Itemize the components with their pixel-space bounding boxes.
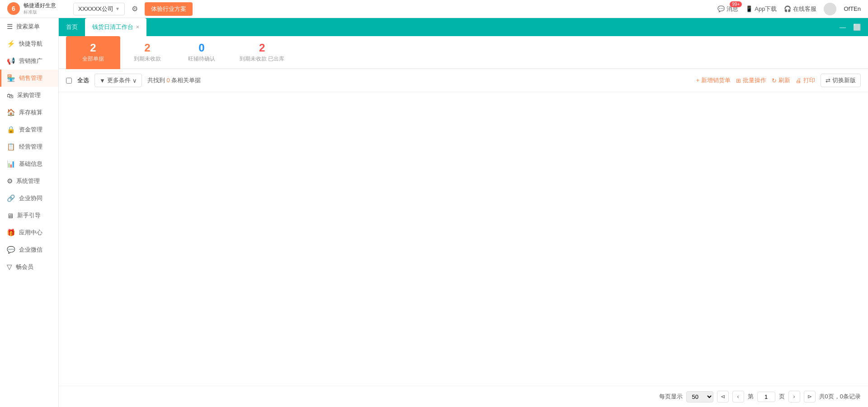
basic-info-icon: 📊 — [7, 160, 15, 168]
tab-actions: — ⬜ — [838, 22, 868, 33]
company-selector[interactable]: XXXXXX公司 ▼ — [73, 3, 125, 15]
stat-tab-all[interactable]: 2 全部单据 — [66, 36, 120, 69]
marketing-icon: 📢 — [7, 57, 15, 65]
page-label: 第 — [748, 393, 754, 401]
add-sales-order-button[interactable]: + 新增销货单 — [696, 76, 731, 84]
refresh-icon: ↻ — [772, 77, 777, 84]
user-avatar[interactable] — [824, 3, 836, 15]
quick-nav-icon: ⚡ — [7, 40, 15, 48]
app-name-block: 畅捷通好生意 标准版 — [24, 2, 56, 15]
app-logo-icon: 6 — [7, 2, 20, 15]
main-content: 2 全部单据 2 到期未收款 0 旺辅待确认 2 到期未收款 已出库 全选 — [59, 36, 868, 407]
finance-icon: 🔒 — [7, 126, 15, 134]
sidebar-item-finance[interactable]: 🔒 资金管理 — [0, 121, 58, 138]
sidebar-item-inventory[interactable]: 🏠 库存核算 — [0, 104, 58, 121]
print-icon: 🖨 — [796, 77, 802, 84]
system-icon: ⚙ — [7, 177, 13, 185]
sidebar-guide-label: 新手引导 — [17, 211, 41, 220]
batch-operation-button[interactable]: ⊞ 批量操作 — [736, 76, 766, 84]
sidebar-item-quick-nav[interactable]: ⚡ 快捷导航 — [0, 35, 58, 52]
sidebar-item-search[interactable]: ☰ 搜索菜单 — [0, 18, 58, 35]
filter-label: 更多条件 — [107, 76, 131, 84]
sidebar-member-label: 畅会员 — [16, 263, 33, 271]
header-center: XXXXXX公司 ▼ ⚙ 体验行业方案 — [66, 2, 717, 16]
select-all-label: 全选 — [77, 76, 89, 84]
per-page-select[interactable]: 50 10 20 100 — [686, 391, 713, 402]
enterprise-icon: 🔗 — [7, 194, 15, 202]
messages-badge: 99+ — [730, 1, 742, 7]
stat-tab-overdue-shipped[interactable]: 2 到期未收款 已出库 — [229, 36, 295, 69]
app-version: 标准版 — [24, 9, 56, 15]
stat-count-pending: 0 — [198, 42, 204, 54]
sidebar-item-enterprise[interactable]: 🔗 企业协同 — [0, 190, 58, 207]
sidebar: ☰ 搜索菜单 ⚡ 快捷导航 📢 营销推广 🏪 销售管理 🛍 采购管理 🏠 库存核… — [0, 18, 59, 407]
total-records-label: 共0页，0条记录 — [819, 393, 861, 401]
select-all-checkbox[interactable] — [66, 78, 72, 84]
filter-button[interactable]: ▼ 更多条件 ∨ — [94, 74, 142, 87]
content-area: 2 全部单据 2 到期未收款 0 旺辅待确认 2 到期未收款 已出库 全选 — [59, 36, 868, 407]
prev-page-button[interactable]: ‹ — [732, 391, 744, 402]
settings-button[interactable]: ⚙ — [128, 3, 141, 15]
first-page-button[interactable]: ⊲ — [717, 391, 729, 402]
sales-icon: 🏪 — [7, 74, 15, 82]
found-text: 共找到 0 条相关单据 — [147, 76, 201, 84]
page-suffix: 页 — [779, 393, 785, 401]
stat-label-pending: 旺辅待确认 — [188, 55, 215, 63]
sidebar-item-operation[interactable]: 📋 经营管理 — [0, 138, 58, 155]
company-name: XXXXXX公司 — [78, 5, 113, 13]
stats-tabs: 2 全部单据 2 到期未收款 0 旺辅待确认 2 到期未收款 已出库 — [59, 36, 868, 69]
sidebar-basic-info-label: 基础信息 — [19, 160, 42, 168]
online-service-button[interactable]: 🎧 在线客服 — [784, 5, 816, 13]
batch-icon: ⊞ — [736, 77, 741, 84]
purchase-icon: 🛍 — [7, 92, 14, 99]
wechat-icon: 💬 — [7, 246, 15, 254]
message-icon: 💬 — [717, 5, 725, 12]
service-icon: 🎧 — [784, 5, 791, 12]
sidebar-item-system[interactable]: ⚙ 系统管理 — [0, 173, 58, 190]
tab-home[interactable]: 首页 — [59, 18, 85, 36]
online-service-label: 在线客服 — [793, 5, 816, 13]
pagination: 每页显示 50 10 20 100 ⊲ ‹ 第 页 › ⊳ 共0页，0条记录 — [59, 386, 868, 407]
stat-count-all: 2 — [90, 42, 96, 54]
app-download-button[interactable]: 📱 App下载 — [745, 5, 777, 13]
search-menu-icon: ☰ — [7, 23, 13, 31]
tab-maximize-button[interactable]: ⬜ — [851, 22, 863, 33]
tab-cash-flow-label: 钱货日清工作台 — [92, 23, 133, 31]
sidebar-item-marketing[interactable]: 📢 营销推广 — [0, 52, 58, 70]
trial-button[interactable]: 体验行业方案 — [145, 2, 193, 16]
inventory-icon: 🏠 — [7, 108, 15, 117]
sidebar-item-basic-info[interactable]: 📊 基础信息 — [0, 155, 58, 173]
tab-minimize-button[interactable]: — — [838, 22, 848, 33]
app-download-label: App下载 — [755, 5, 777, 13]
app-name: 畅捷通好生意 — [24, 2, 56, 9]
tab-close-icon[interactable]: × — [136, 24, 139, 30]
next-page-button[interactable]: › — [788, 391, 800, 402]
sidebar-item-purchase[interactable]: 🛍 采购管理 — [0, 87, 58, 104]
tab-bar: 首页 钱货日清工作台 × — ⬜ — [59, 18, 868, 36]
stat-tab-pending[interactable]: 0 旺辅待确认 — [175, 36, 229, 69]
stat-label-all: 全部单据 — [82, 55, 104, 63]
stat-count-overdue-shipped: 2 — [259, 42, 265, 54]
sidebar-sales-label: 销售管理 — [19, 74, 42, 82]
sidebar-marketing-label: 营销推广 — [19, 57, 42, 65]
print-button[interactable]: 🖨 打印 — [796, 76, 815, 84]
stat-count-overdue: 2 — [144, 42, 150, 54]
sidebar-item-member[interactable]: ▽ 畅会员 — [0, 258, 58, 276]
switch-version-button[interactable]: ⇄ 切换新版 — [821, 74, 861, 87]
sidebar-item-app-center[interactable]: 🎁 应用中心 — [0, 224, 58, 241]
last-page-button[interactable]: ⊳ — [804, 391, 816, 402]
page-number-input[interactable] — [757, 392, 775, 402]
sidebar-item-guide[interactable]: 🖥 新手引导 — [0, 207, 58, 224]
sidebar-item-sales[interactable]: 🏪 销售管理 — [0, 70, 58, 87]
sidebar-system-label: 系统管理 — [16, 177, 40, 185]
sidebar-item-wechat[interactable]: 💬 企业微信 — [0, 241, 58, 258]
refresh-button[interactable]: ↻ 刷新 — [772, 76, 790, 84]
stat-tab-overdue[interactable]: 2 到期未收款 — [120, 36, 175, 69]
user-name-label: OfTEn — [844, 5, 861, 12]
tab-cash-flow[interactable]: 钱货日清工作台 × — [85, 18, 146, 36]
sidebar-inventory-label: 库存核算 — [19, 108, 42, 117]
found-count: 0 — [167, 77, 170, 84]
per-page-label: 每页显示 — [659, 393, 683, 401]
top-header: 6 畅捷通好生意 标准版 XXXXXX公司 ▼ ⚙ 体验行业方案 💬 消息 99… — [0, 0, 868, 18]
messages-button[interactable]: 💬 消息 99+ — [717, 5, 738, 13]
